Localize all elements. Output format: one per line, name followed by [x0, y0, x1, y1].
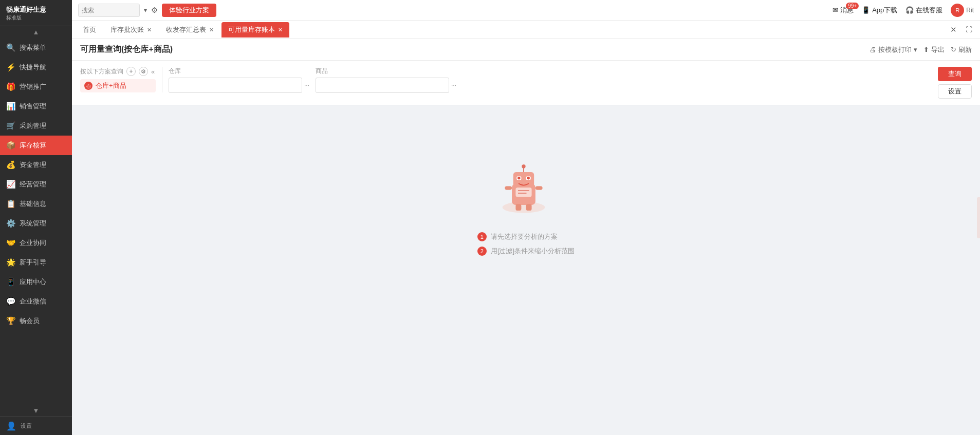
sidebar-item-wechat[interactable]: 💬 企业微信: [0, 292, 72, 311]
sidebar-scroll: 🔍 搜索菜单 ⚡ 快捷导航 🎁 营销推广 📊 销售管理 🛒 采购管理 📦 库存核…: [0, 38, 72, 405]
refresh-btn[interactable]: ↻ 刷新: [951, 45, 972, 54]
sidebar-item-label-membership: 畅会员: [20, 316, 40, 326]
product-more-icon[interactable]: ···: [451, 82, 456, 89]
svg-point-6: [527, 177, 530, 180]
trial-btn[interactable]: 体验行业方案: [162, 4, 216, 17]
tab-available[interactable]: 可用量库存账本 ✕: [221, 22, 289, 37]
main-area: ▾ ⚙ 体验行业方案 ✉ 99+ 消息 📱 App下载 🎧 在线客服 R Rit: [72, 0, 980, 435]
membership-icon: 🏆: [6, 316, 15, 326]
wechat-icon: 💬: [6, 297, 15, 306]
sidebar-item-label-basics: 基础信息: [20, 199, 46, 209]
tab-bar-expand-btn[interactable]: ⛶: [961, 23, 976, 37]
sidebar-item-marketing[interactable]: 🎁 营销推广: [0, 77, 72, 97]
svg-rect-14: [515, 204, 521, 211]
message-icon: ✉: [833, 6, 838, 14]
sidebar-item-appstore[interactable]: 📱 应用中心: [0, 272, 72, 292]
topbar: ▾ ⚙ 体验行业方案 ✉ 99+ 消息 📱 App下载 🎧 在线客服 R Rit: [72, 0, 980, 21]
settings-icon[interactable]: ⚙: [151, 6, 158, 15]
filter-scheme-label: 按以下方案查询 + ⚙ «: [80, 67, 156, 76]
page-header-actions: 🖨 按模板打印 ▾ ⬆ 导出 ↻ 刷新: [870, 45, 972, 54]
marketing-icon: 🎁: [6, 82, 15, 91]
tab-bar-close-btn[interactable]: ✕: [946, 23, 960, 37]
hint-text-2: 用[过滤]条件来缩小分析范围: [491, 247, 575, 256]
print-chevron-icon: ▾: [914, 46, 917, 53]
tab-home[interactable]: 首页: [76, 22, 103, 37]
user-avatar: 👤: [6, 421, 16, 431]
query-btn[interactable]: 查询: [938, 67, 972, 81]
robot-container: [495, 160, 557, 222]
tab-available-label: 可用量库存账本: [228, 25, 275, 34]
tab-home-label: 首页: [83, 25, 96, 34]
sidebar-item-finance[interactable]: 💰 资金管理: [0, 155, 72, 175]
scheme-settings-btn[interactable]: ⚙: [139, 67, 148, 76]
tab-batch-close[interactable]: ✕: [147, 27, 152, 33]
search-chevron-icon[interactable]: ▾: [144, 7, 147, 14]
scroll-indicator: [977, 197, 980, 238]
product-label: 商品: [316, 67, 456, 75]
user-profile-btn[interactable]: R Rit: [951, 4, 974, 17]
collab-icon: 🤝: [6, 238, 15, 248]
sidebar-item-purchase[interactable]: 🛒 采购管理: [0, 116, 72, 136]
sidebar-item-label-inventory: 库存核算: [20, 141, 46, 150]
online-service-btn[interactable]: 🎧 在线客服: [905, 6, 942, 15]
warehouse-input[interactable]: [169, 78, 302, 93]
system-icon: ⚙️: [6, 219, 15, 228]
sidebar: 畅康通好生意 标准版 ▲ 🔍 搜索菜单 ⚡ 快捷导航 🎁 营销推广 📊 销售管理…: [0, 0, 72, 435]
filter-actions: 查询 设置: [938, 67, 972, 99]
sidebar-item-inventory[interactable]: 📦 库存核算: [0, 136, 72, 155]
page-content: 可用量查询(按仓库+商品) 🖨 按模板打印 ▾ ⬆ 导出 ↻ 刷新: [72, 39, 980, 435]
tab-summary-close[interactable]: ✕: [209, 27, 214, 33]
sidebar-item-search[interactable]: 🔍 搜索菜单: [0, 38, 72, 58]
sidebar-item-label-system: 系统管理: [20, 219, 46, 228]
tutorial-icon: 🌟: [6, 258, 15, 267]
sidebar-item-operations[interactable]: 📈 经营管理: [0, 175, 72, 194]
operations-icon: 📈: [6, 180, 15, 189]
app-name: 畅康通好生意: [6, 5, 66, 14]
svg-rect-10: [535, 186, 542, 190]
add-scheme-btn[interactable]: +: [126, 67, 136, 76]
hint-num-1: 1: [477, 232, 487, 241]
appstore-icon: 📱: [6, 277, 15, 287]
sales-icon: 📊: [6, 102, 15, 111]
refresh-icon: ↻: [951, 46, 956, 53]
warehouse-label: 仓库: [169, 67, 309, 75]
print-btn[interactable]: 🖨 按模板打印 ▾: [870, 45, 917, 54]
sidebar-item-collab[interactable]: 🤝 企业协同: [0, 233, 72, 253]
sidebar-item-label-purchase: 采购管理: [20, 121, 46, 130]
svg-rect-15: [526, 204, 531, 211]
empty-state: 1 请先选择要分析的方案 2 用[过滤]条件来缩小分析范围: [72, 105, 980, 311]
svg-rect-11: [515, 187, 531, 197]
collapse-btn[interactable]: «: [151, 68, 155, 75]
print-label: 按模板打印: [878, 45, 912, 54]
search-input[interactable]: [78, 4, 140, 17]
print-icon: 🖨: [870, 46, 876, 53]
sidebar-item-sales[interactable]: 📊 销售管理: [0, 97, 72, 116]
warehouse-more-icon[interactable]: ···: [304, 82, 309, 89]
filter-settings-btn[interactable]: 设置: [938, 84, 972, 99]
scroll-down-btn[interactable]: ▼: [0, 405, 72, 417]
phone-icon: 📱: [862, 6, 870, 14]
purchase-icon: 🛒: [6, 121, 15, 130]
sidebar-item-membership[interactable]: 🏆 畅会员: [0, 311, 72, 331]
product-input[interactable]: [316, 78, 449, 93]
product-field: 商品 ···: [316, 67, 456, 93]
scheme-item[interactable]: ◎ 仓库+商品: [80, 79, 156, 92]
sidebar-item-label-marketing: 营销推广: [20, 82, 46, 91]
scroll-up-btn[interactable]: ▲: [0, 26, 72, 38]
scheme-item-icon: ◎: [84, 82, 93, 90]
tab-batch[interactable]: 库存批次账 ✕: [104, 22, 158, 37]
tab-available-close[interactable]: ✕: [278, 27, 283, 33]
svg-rect-9: [505, 186, 512, 190]
message-btn[interactable]: ✉ 99+ 消息: [833, 6, 854, 15]
sidebar-item-basics[interactable]: 📋 基础信息: [0, 194, 72, 214]
export-btn[interactable]: ⬆ 导出: [923, 45, 945, 54]
sidebar-item-label-sales: 销售管理: [20, 102, 46, 111]
sidebar-item-label-tutorial: 新手引导: [20, 258, 46, 267]
tabs-bar: 首页 库存批次账 ✕ 收发存汇总表 ✕ 可用量库存账本 ✕ ✕ ⛶: [72, 21, 980, 39]
sidebar-item-shortcuts[interactable]: ⚡ 快捷导航: [0, 58, 72, 77]
sidebar-item-label-appstore: 应用中心: [20, 277, 46, 287]
sidebar-item-tutorial[interactable]: 🌟 新手引导: [0, 253, 72, 272]
tab-summary[interactable]: 收发存汇总表 ✕: [159, 22, 220, 37]
sidebar-item-system[interactable]: ⚙️ 系统管理: [0, 214, 72, 233]
app-download-btn[interactable]: 📱 App下载: [862, 6, 897, 15]
